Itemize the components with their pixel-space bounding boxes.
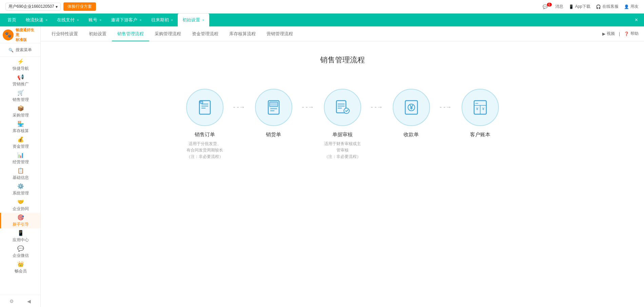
step-name: 销货单 — [266, 131, 281, 138]
search-label: 搜索菜单 — [16, 47, 32, 53]
top-bar: 用户690企业1660120507 ▾ 体验行业方案 💬 6 消息 📱 App下… — [0, 0, 644, 14]
subtab-finance-flow[interactable]: 资金管理流程 — [187, 26, 224, 41]
subtab-label: 资金管理流程 — [192, 31, 218, 37]
svg-text:¥: ¥ — [482, 107, 484, 111]
handshake-icon: 🤝 — [17, 199, 24, 205]
sidebar-item-app-center[interactable]: 📱 应用中心 — [0, 228, 40, 244]
app-download-item[interactable]: 📱 App下载 — [569, 4, 590, 9]
flow-diagram: 销售订单 适用于分批发货、有合同发货周期较长（注：非必要流程） - -→ — [54, 82, 630, 167]
message-item[interactable]: 💬 6 消息 — [543, 4, 563, 9]
review-icon — [334, 99, 351, 116]
headset-icon: 🎧 — [596, 4, 601, 9]
sidebar-item-marketing[interactable]: 📢 营销推广 — [0, 73, 40, 88]
chart-icon: 📊 — [17, 152, 24, 158]
sidebar-item-finance[interactable]: 💰 资金管理 — [0, 135, 40, 150]
subtab-sales-flow[interactable]: 销售管理流程 — [112, 26, 149, 41]
content-area: 销售管理流程 销售订单 适用于分批发货、有合同发货周期较长（ — [41, 41, 644, 307]
user-selector[interactable]: 用户690企业1660120507 ▾ — [5, 3, 61, 11]
nav-tab-logistics[interactable]: 物流快递 × — [21, 14, 52, 26]
subtab-label: 销售管理流程 — [117, 31, 144, 37]
flow-step-invoice[interactable]: 销货单 — [247, 89, 301, 141]
tab-label: 在线支付 — [57, 17, 75, 23]
nav-close-button[interactable]: × — [631, 17, 641, 23]
nav-tab-init[interactable]: 初始设置 × — [178, 14, 209, 26]
sidebar-item-label: 系统管理 — [13, 190, 29, 196]
nav-tab-payment[interactable]: 在线支付 × — [52, 14, 83, 26]
sidebar-item-operation[interactable]: 📊 经营管理 — [0, 150, 40, 166]
tab-label: 物流快递 — [26, 17, 43, 23]
flow-step-ledger[interactable]: ¥ ¥ 客户账本 — [453, 89, 507, 141]
app-label: App下载 — [575, 4, 590, 9]
sidebar-item-system[interactable]: ⚙️ 系统管理 — [0, 182, 40, 197]
flow-step-review[interactable]: 单据审核 适用于财务审核或主管审核（注：非必要流程） — [315, 89, 370, 160]
arrow-icon: - -→ — [302, 104, 314, 111]
subtab-label: 初始设置 — [89, 31, 106, 37]
sidebar-item-sales[interactable]: 🛒 销售管理 — [0, 88, 40, 104]
sidebar-logo: 🐾 畅捷通好生意 标准版 — [0, 26, 40, 43]
sidebar-item-basic[interactable]: 📋 基础信息 — [0, 166, 40, 182]
arrow-icon: - -→ — [440, 104, 452, 111]
tab-close-icon[interactable]: × — [45, 18, 47, 22]
page-title: 销售管理流程 — [54, 55, 630, 65]
step-name: 销售订单 — [195, 131, 215, 138]
svg-rect-6 — [270, 102, 278, 107]
search-icon: 🔍 — [8, 48, 14, 53]
nav-tab-period[interactable]: 往来期初 × — [147, 14, 178, 26]
tab-close-icon[interactable]: × — [202, 18, 204, 22]
tab-label: 账号 — [89, 17, 97, 23]
service-item[interactable]: 🎧 在线客服 — [596, 4, 619, 9]
nav-tab-account[interactable]: 账号 × — [84, 14, 106, 26]
settings-icon[interactable]: ⚙ — [9, 299, 14, 304]
mobile-icon: 📱 — [17, 230, 24, 236]
arrow-2: - -→ — [302, 89, 314, 111]
arrow-4: - -→ — [440, 89, 452, 111]
subtab-label: 采购管理流程 — [155, 31, 181, 37]
sidebar-item-label: 新手引导 — [13, 222, 29, 227]
flow-step-sales-order[interactable]: 销售订单 适用于分批发货、有合同发货周期较长（注：非必要流程） — [178, 89, 232, 160]
order-icon — [196, 99, 214, 116]
sidebar-item-wechat[interactable]: 💬 企业微信 — [0, 244, 40, 260]
tab-label: 往来期初 — [151, 17, 169, 23]
help-btn[interactable]: ❓ 帮助 — [624, 31, 639, 37]
nav-tab-invite[interactable]: 邀请下游客户 × — [106, 14, 146, 26]
tab-close-icon[interactable]: × — [77, 18, 79, 22]
tab-close-icon[interactable]: × — [171, 18, 173, 22]
sidebar-item-quick-nav[interactable]: ⚡ 快捷导航 — [0, 57, 40, 73]
sidebar-item-inventory[interactable]: 🏪 库存核算 — [0, 119, 40, 135]
subtab-initial[interactable]: 初始设置 — [83, 26, 112, 41]
subtab-inventory-flow[interactable]: 库存核算流程 — [224, 26, 261, 41]
ledger-icon: ¥ ¥ — [471, 99, 489, 116]
sidebar-item-enterprise[interactable]: 🤝 企业协同 — [0, 197, 40, 213]
flow-circle-review — [324, 89, 361, 126]
sidebar-item-label: 畅会员 — [15, 268, 27, 274]
tab-close-icon[interactable]: × — [139, 18, 141, 22]
svg-rect-4 — [200, 101, 203, 103]
money-icon: 💰 — [17, 136, 24, 143]
subtab-industry[interactable]: 行业特性设置 — [46, 26, 83, 41]
sidebar-item-vip[interactable]: 👑 畅会员 — [0, 260, 40, 275]
app-icon: 📱 — [569, 4, 574, 9]
arrow-icon: - -→ — [233, 104, 245, 111]
trial-btn[interactable]: 体验行业方案 — [63, 2, 96, 11]
subtab-marketing-flow[interactable]: 营销管理流程 — [261, 26, 298, 41]
subtab-purchase-flow[interactable]: 采购管理流程 — [149, 26, 187, 41]
flow-step-receipt[interactable]: ¥ 收款单 — [384, 89, 438, 141]
sidebar-search[interactable]: 🔍 搜索菜单 — [0, 43, 40, 57]
logo-text: 畅捷通好生意 标准版 — [16, 27, 38, 42]
sidebar-item-new-guide[interactable]: 🎯 新手引导 — [0, 213, 40, 228]
sidebar-item-label: 企业微信 — [13, 253, 29, 259]
cart-icon: 🛒 — [17, 89, 24, 96]
video-help[interactable]: ▶ 视频 — [602, 31, 615, 37]
user-avatar-item[interactable]: 👤 用友 — [624, 4, 639, 9]
flow-circle-ledger: ¥ ¥ — [462, 89, 499, 126]
collapse-icon[interactable]: ◀ — [27, 299, 31, 304]
invoice-icon — [265, 99, 282, 116]
tab-close-icon[interactable]: × — [99, 18, 101, 22]
flow-circle-receipt: ¥ — [393, 89, 430, 126]
nav-tab-home[interactable]: 首页 — [3, 14, 21, 26]
sidebar-item-label: 基础信息 — [13, 175, 29, 181]
sidebar-item-label: 营销推广 — [13, 81, 29, 87]
svg-text:¥: ¥ — [475, 107, 478, 111]
sidebar-item-purchase[interactable]: 📦 采购管理 — [0, 104, 40, 119]
box-icon: 📦 — [17, 105, 24, 111]
